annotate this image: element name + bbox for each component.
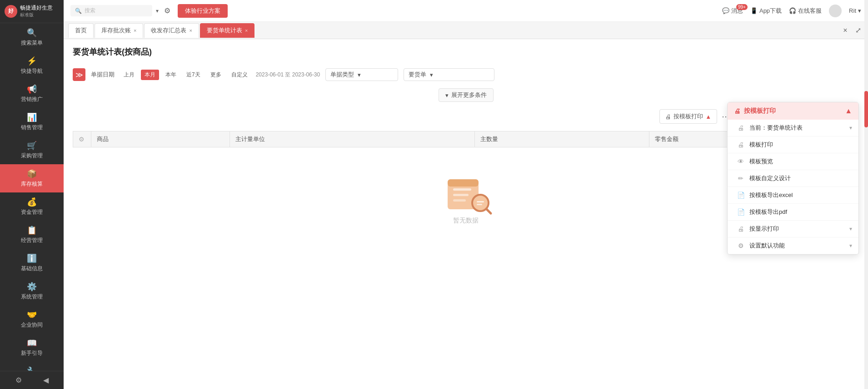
tab-maximize-btn[interactable]: ⤢ xyxy=(853,25,863,36)
date-opt-this-year[interactable]: 本年 xyxy=(162,70,180,80)
goods-filter-label: 要货单 xyxy=(409,71,426,79)
tpd-item-pdf-label: 按模板导出pdf xyxy=(749,208,787,216)
app-name: 畅捷通好生意 xyxy=(20,5,53,12)
tab-inventory-batch-label: 库存批次账 xyxy=(101,26,131,35)
topbar-search[interactable]: 🔍 搜索 xyxy=(70,5,152,16)
sidebar-item-basic[interactable]: ℹ️ 基础信息 xyxy=(0,249,64,277)
guide-icon: 📖 xyxy=(27,338,37,348)
tpd-item-template-print[interactable]: 🖨 模板打印 xyxy=(728,136,858,153)
tpd-current-item[interactable]: 🖨 当前：要货单统计表 ▾ xyxy=(728,120,858,136)
svg-line-6 xyxy=(486,209,491,213)
message-item[interactable]: 💬 消息 99+ xyxy=(722,7,743,15)
tpd-default-arrow: ▾ xyxy=(849,242,852,249)
tpd-item-cust-left: ✏ 模板自定义设计 xyxy=(737,174,791,182)
sidebar-item-operation[interactable]: 📋 经营管理 xyxy=(0,221,64,249)
operation-icon: 📋 xyxy=(27,225,37,235)
right-scrollbar[interactable] xyxy=(864,0,868,389)
sidebar-item-sales[interactable]: 📊 销售管理 xyxy=(0,108,64,136)
tpd-item-template-preview[interactable]: 👁 模板预览 xyxy=(728,153,858,170)
sidebar-item-search[interactable]: 🔍 搜索菜单 xyxy=(0,23,64,51)
topbar: 🔍 搜索 ▾ ⚙ 体验行业方案 💬 消息 99+ 📱 App下载 🎧 在线客服 xyxy=(64,0,868,22)
tpd-title: 按模板打印 xyxy=(744,107,776,115)
tpd-item-set-default[interactable]: ⚙ 设置默认功能 ▾ xyxy=(728,237,858,254)
expand-label: 展开更多条件 xyxy=(451,91,487,99)
tpd-item-disp-label: 按显示打印 xyxy=(749,225,779,233)
tpd-pdf-icon: 📄 xyxy=(737,208,745,216)
tpd-close-btn[interactable]: ▲ xyxy=(845,107,852,115)
sidebar-item-apps[interactable]: 🔧 应用中心 xyxy=(0,362,64,371)
tpd-current-icon: 🖨 xyxy=(737,124,745,131)
date-opt-more[interactable]: 更多 xyxy=(207,70,225,80)
collab-icon: 🤝 xyxy=(27,310,37,320)
tab-home-label: 首页 xyxy=(75,26,87,35)
sidebar-item-purchase[interactable]: 🛒 采购管理 xyxy=(0,136,64,164)
dropdown-arrow-icon: ▾ xyxy=(156,8,159,14)
settings-bottom-icon[interactable]: ⚙ xyxy=(15,376,22,384)
date-opt-7days[interactable]: 近7天 xyxy=(183,70,204,80)
apps-icon: 🔧 xyxy=(27,366,37,371)
sidebar-item-label: 新手引导 xyxy=(21,349,43,357)
sidebar-nav: 🔍 搜索菜单 ⚡ 快捷导航 📢 营销推广 📊 销售管理 🛒 采购管理 📦 库存核… xyxy=(0,23,64,371)
type-filter-label: 单据类型 xyxy=(330,71,354,79)
svg-rect-7 xyxy=(477,201,484,202)
sidebar-item-system[interactable]: ⚙️ 系统管理 xyxy=(0,277,64,305)
expand-icon: ▾ xyxy=(445,92,449,99)
tab-receivable-summary[interactable]: 收发存汇总表 × xyxy=(144,23,199,38)
topbar-gear-icon[interactable]: ⚙ xyxy=(164,6,170,15)
tpd-print-icon: 🖨 xyxy=(737,141,745,148)
tpd-item-display-print[interactable]: 🖨 按显示打印 ▾ xyxy=(728,221,858,237)
system-icon: ⚙️ xyxy=(27,282,37,292)
sidebar-item-collab[interactable]: 🤝 企业协同 xyxy=(0,305,64,333)
tab-order-stats[interactable]: 要货单统计表 × xyxy=(200,23,254,38)
headset-icon: 🎧 xyxy=(789,7,796,14)
sidebar-item-marketing[interactable]: 📢 营销推广 xyxy=(0,80,64,108)
search-icon: 🔍 xyxy=(27,28,37,38)
sidebar-item-label: 企业协同 xyxy=(21,321,43,329)
search-icon-top: 🔍 xyxy=(75,8,82,14)
logo-icon: 好 xyxy=(5,5,17,18)
tpd-item-export-pdf[interactable]: 📄 按模板导出pdf xyxy=(728,204,858,221)
date-opt-this-month[interactable]: 本月 xyxy=(141,70,159,80)
tpd-item-template-custom[interactable]: ✏ 模板自定义设计 xyxy=(728,170,858,187)
tpd-item-tp-left: 🖨 模板打印 xyxy=(737,141,773,149)
tabbar: 首页 库存批次账 × 收发存汇总表 × 要货单统计表 × × ⤢ xyxy=(64,22,868,39)
type-filter-select[interactable]: 单据类型 ▾ xyxy=(325,68,398,81)
sidebar-item-finance[interactable]: 💰 资金管理 xyxy=(0,192,64,221)
date-opt-custom[interactable]: 自定义 xyxy=(228,70,251,80)
svg-rect-4 xyxy=(453,199,466,202)
sidebar-item-quicknav[interactable]: ⚡ 快捷导航 xyxy=(0,51,64,80)
goods-filter-select[interactable]: 要货单 ▾ xyxy=(404,68,494,81)
sidebar-item-inventory[interactable]: 📦 库存核算 xyxy=(0,164,64,192)
tab-order-stats-close[interactable]: × xyxy=(245,28,248,33)
app-download-icon: 📱 xyxy=(750,7,758,14)
expand-conditions-btn[interactable]: ▾ 展开更多条件 xyxy=(439,88,494,102)
date-opt-last-month[interactable]: 上月 xyxy=(120,70,138,80)
app-download-item[interactable]: 📱 App下载 xyxy=(750,7,782,15)
online-service-item[interactable]: 🎧 在线客服 xyxy=(789,7,822,15)
topbar-dropdown[interactable]: ▾ xyxy=(156,8,159,14)
message-badge: 99+ xyxy=(736,4,748,10)
tpd-header: 🖨 按模板打印 ▲ xyxy=(728,102,858,120)
tpd-item-cust-label: 模板自定义设计 xyxy=(749,174,791,182)
sidebar-item-guide[interactable]: 📖 新手引导 xyxy=(0,333,64,362)
user-name[interactable]: Rit ▾ xyxy=(849,7,861,14)
user-avatar[interactable] xyxy=(829,5,842,17)
collapse-icon[interactable]: ◀ xyxy=(43,376,49,384)
tab-home[interactable]: 首页 xyxy=(68,23,94,38)
goods-filter-arrow: ▾ xyxy=(430,71,433,78)
quicknav-icon: ⚡ xyxy=(27,56,37,66)
tab-close-btn[interactable]: × xyxy=(840,25,851,36)
tpd-item-excel-left: 📄 按模板导出excel xyxy=(737,191,793,199)
empty-text: 暂无数据 xyxy=(453,217,479,225)
message-icon: 💬 xyxy=(722,7,729,14)
tab-inventory-batch[interactable]: 库存批次账 × xyxy=(95,23,143,38)
trial-btn[interactable]: 体验行业方案 xyxy=(178,4,228,18)
finance-icon: 💰 xyxy=(27,197,37,207)
tab-receivable-summary-close[interactable]: × xyxy=(189,28,192,33)
tab-inventory-batch-close[interactable]: × xyxy=(134,28,136,33)
filter-expand-btn[interactable]: ≫ xyxy=(73,68,85,81)
date-filter-label: 单据日期 xyxy=(91,71,115,79)
table-col-settings-icon[interactable]: ⚙ xyxy=(79,136,85,143)
template-print-btn[interactable]: 🖨 按模板打印 ▲ xyxy=(659,109,717,124)
tpd-item-export-excel[interactable]: 📄 按模板导出excel xyxy=(728,187,858,204)
